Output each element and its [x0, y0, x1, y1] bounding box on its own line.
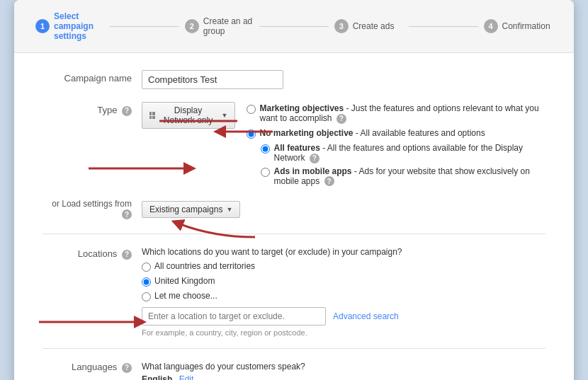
type-help-icon[interactable]: ?	[122, 106, 132, 116]
languages-question: What languages do your customers speak?	[142, 362, 545, 372]
step-4-label: Confirmation	[502, 21, 550, 31]
sub-radio-1[interactable]	[261, 144, 270, 154]
languages-edit-link[interactable]: Edit	[179, 374, 194, 380]
grid-icon	[149, 112, 155, 119]
sub-options: All features - All the features and opti…	[261, 143, 545, 187]
sub-help-2[interactable]: ?	[324, 176, 334, 186]
marketing-radio-1[interactable]	[247, 105, 256, 114]
languages-value: English Edit	[142, 374, 545, 380]
step-1-circle: 1	[35, 19, 50, 33]
type-control: Display Network only ▼ Marketing objecti…	[142, 102, 545, 186]
form-content: Campaign name Type ?	[14, 53, 574, 380]
marketing-option-1-text: Marketing objectives - Just the features…	[259, 103, 545, 124]
sub-help-1[interactable]: ?	[310, 154, 320, 163]
sub-option-1-text: All features - All the features and opti…	[273, 143, 545, 163]
step-4-circle: 4	[484, 19, 498, 33]
marketing-option-1: Marketing objectives - Just the features…	[247, 103, 545, 124]
marketing-option-2: No marketing objective - All available f…	[247, 128, 545, 139]
languages-divider	[43, 348, 545, 349]
location-radio-3[interactable]	[142, 292, 151, 301]
languages-row: Languages ? What languages do your custo…	[43, 362, 545, 380]
step-4: 4 Confirmation	[484, 19, 553, 33]
step-2-label: Create an ad group	[203, 16, 254, 36]
marketing-radio-2[interactable]	[247, 129, 256, 139]
location-option-3-label: Let me choose...	[154, 291, 217, 301]
locations-row: Locations ? Which locations do you want …	[43, 247, 545, 337]
location-option-1-label: All countries and territories	[154, 261, 255, 271]
main-window: 1 Select campaign settings 2 Create an a…	[14, 0, 574, 380]
sub-option-2: Ads in mobile apps - Ads for your websit…	[261, 166, 545, 187]
campaign-name-input[interactable]	[142, 70, 283, 89]
locations-label: Locations ?	[43, 247, 142, 260]
location-option-3: Let me choose...	[142, 291, 545, 301]
languages-content: What languages do your customers speak? …	[142, 362, 545, 380]
languages-label: Languages ?	[43, 362, 142, 373]
section-divider	[43, 234, 545, 234]
stepper: 1 Select campaign settings 2 Create an a…	[14, 0, 574, 53]
advanced-search-link[interactable]: Advanced search	[333, 311, 399, 321]
marketing-option-2-text: No marketing objective - All available f…	[259, 128, 485, 138]
sub-option-2-text: Ads in mobile apps - Ads for your websit…	[273, 166, 545, 187]
location-search-input[interactable]	[142, 307, 326, 326]
load-help-icon[interactable]: ?	[122, 209, 132, 219]
load-settings-row: or Load settings from ? Existing campaig…	[43, 199, 545, 219]
marketing-help-1[interactable]: ?	[337, 114, 346, 124]
locations-question: Which locations do you want to target (o…	[142, 247, 545, 257]
campaign-name-control	[142, 70, 545, 89]
location-radio-1[interactable]	[142, 263, 151, 272]
locations-content: Which locations do you want to target (o…	[142, 247, 545, 337]
step-divider-3	[409, 26, 477, 27]
step-2: 2 Create an ad group	[185, 16, 254, 36]
step-1-label: Select campaign settings	[54, 11, 104, 41]
arrow-4	[35, 311, 149, 333]
campaign-name-row: Campaign name	[43, 70, 545, 89]
location-search-row: Advanced search	[142, 307, 545, 326]
step-1: 1 Select campaign settings	[35, 11, 104, 41]
step-divider-2	[259, 26, 328, 27]
sub-radio-2[interactable]	[261, 168, 270, 177]
step-2-circle: 2	[185, 19, 199, 33]
load-settings-label: or Load settings from ?	[43, 199, 142, 219]
step-divider-1	[110, 26, 179, 27]
step-3-label: Create ads	[353, 21, 395, 31]
marketing-options: Marketing objectives - Just the features…	[247, 103, 545, 186]
location-radio-2[interactable]	[142, 277, 151, 287]
campaign-name-label: Campaign name	[43, 70, 142, 84]
location-option-2-label: United Kingdom	[154, 276, 215, 286]
dropdown-caret-icon: ▼	[222, 112, 228, 119]
load-settings-dropdown[interactable]: Existing campaigns ▼	[142, 201, 240, 218]
sub-option-1: All features - All the features and opti…	[261, 143, 545, 163]
load-caret-icon: ▼	[226, 206, 232, 213]
type-row: Type ? Display Network only ▼	[43, 102, 545, 186]
step-3: 3 Create ads	[334, 19, 403, 33]
location-option-1: All countries and territories	[142, 261, 545, 272]
locations-help-icon[interactable]: ?	[122, 250, 132, 260]
languages-help-icon[interactable]: ?	[122, 363, 132, 373]
step-3-circle: 3	[334, 19, 349, 33]
location-hint: For example, a country, city, region or …	[142, 328, 545, 337]
type-dropdown[interactable]: Display Network only ▼	[142, 102, 235, 129]
location-option-2: United Kingdom	[142, 276, 545, 287]
location-options: All countries and territories United Kin…	[142, 261, 545, 301]
type-label: Type ?	[43, 102, 142, 116]
